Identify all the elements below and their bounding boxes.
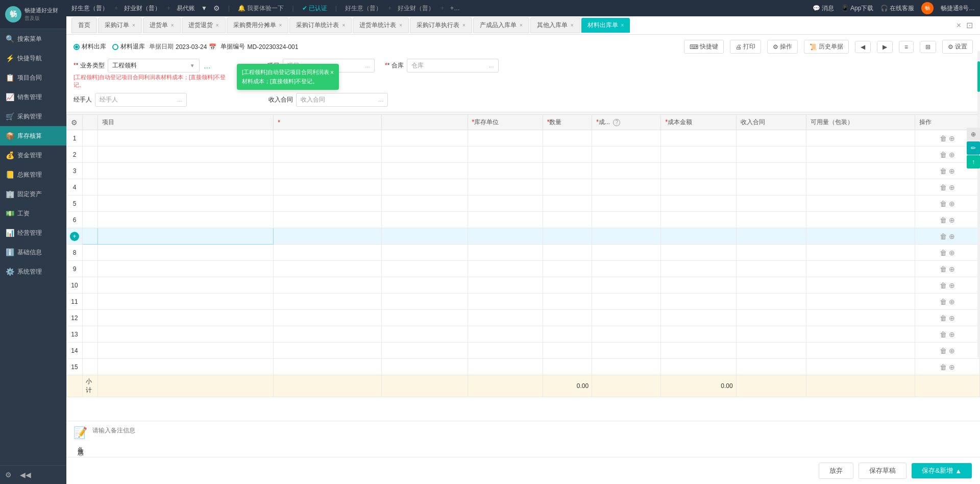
experience-btn[interactable]: 🔔 我要体验一下 bbox=[238, 4, 284, 13]
copy-row-icon[interactable]: ⊕ bbox=[949, 363, 955, 371]
tab-other-in[interactable]: 其他入库单 × bbox=[530, 17, 580, 33]
tab-close-purchase-order[interactable]: × bbox=[132, 22, 135, 28]
user-avatar[interactable]: 畅 bbox=[921, 2, 934, 14]
copy-row-icon[interactable]: ⊕ bbox=[949, 200, 955, 208]
topbar-link-yidazhang[interactable]: 易代账 bbox=[177, 4, 195, 13]
delete-row-icon[interactable]: 🗑 bbox=[940, 249, 947, 257]
tab-window-close[interactable]: × bbox=[954, 21, 963, 30]
right-tool-3[interactable]: ↑ bbox=[967, 155, 980, 168]
sidebar-item-ledger[interactable]: 📒 总账管理 bbox=[0, 165, 66, 184]
delete-row-icon[interactable]: 🗑 bbox=[940, 151, 947, 159]
tab-close-purchase-in-stat[interactable]: × bbox=[399, 22, 402, 28]
sidebar-item-basic-info[interactable]: ℹ️ 基础信息 bbox=[0, 243, 66, 262]
user-name[interactable]: 畅捷通8号… bbox=[941, 4, 975, 13]
collapse-icon[interactable]: ◀◀ bbox=[20, 471, 31, 479]
tab-close-purchase-exec[interactable]: × bbox=[462, 22, 465, 28]
settings-bottom-icon[interactable]: ⚙ bbox=[5, 471, 12, 479]
tooltip-close-btn[interactable]: × bbox=[330, 68, 334, 78]
copy-row-icon[interactable]: ⊕ bbox=[949, 281, 955, 289]
print-btn[interactable]: 🖨 打印 bbox=[730, 40, 761, 54]
sidebar-item-search[interactable]: 🔍 搜索菜单 bbox=[0, 29, 66, 49]
date-value[interactable]: 2023-03-24 bbox=[176, 43, 207, 51]
topbar-more[interactable]: +… bbox=[450, 5, 460, 12]
sidebar-item-purchase[interactable]: 🛒 采购管理 bbox=[0, 107, 66, 126]
copy-row-icon[interactable]: ⊕ bbox=[949, 183, 955, 191]
info-circle-icon[interactable]: … bbox=[204, 62, 211, 70]
column-settings-icon[interactable]: ⚙ bbox=[71, 118, 78, 127]
radio-material-return[interactable]: 材料退库 bbox=[112, 42, 145, 51]
right-tool-1[interactable]: ⊕ bbox=[967, 128, 980, 141]
sidebar-item-finance[interactable]: 💰 资金管理 bbox=[0, 146, 66, 165]
sidebar-item-system[interactable]: ⚙️ 系统管理 bbox=[0, 262, 66, 281]
notes-input[interactable] bbox=[92, 426, 973, 452]
view-list-btn[interactable]: ≡ bbox=[899, 41, 914, 53]
delete-row-icon[interactable]: 🗑 bbox=[940, 183, 947, 191]
tab-purchase-expense[interactable]: 采购费用分摊单 × bbox=[227, 17, 289, 33]
message-link[interactable]: 💬 消息 bbox=[813, 4, 834, 13]
tab-purchase-stat[interactable]: 采购订单统计表 × bbox=[289, 17, 352, 33]
delete-row-icon[interactable]: 🗑 bbox=[940, 232, 947, 240]
delete-row-icon[interactable]: 🗑 bbox=[940, 134, 947, 142]
tab-expand-icon[interactable]: ⊡ bbox=[964, 20, 975, 30]
tab-close-purchase-expense[interactable]: × bbox=[279, 22, 282, 28]
sidebar-item-project[interactable]: 📋 项目合同 bbox=[0, 68, 66, 87]
tab-close-purchase-stat[interactable]: × bbox=[342, 22, 345, 28]
sidebar-item-sales[interactable]: 📈 销售管理 bbox=[0, 87, 66, 107]
tab-close-purchase-return[interactable]: × bbox=[216, 22, 219, 28]
tab-purchase-exec[interactable]: 采购订单执行表 × bbox=[410, 17, 472, 33]
handler-select[interactable]: 经手人 … bbox=[95, 93, 187, 107]
delete-row-icon[interactable]: 🗑 bbox=[940, 330, 947, 338]
tab-close-other-in[interactable]: × bbox=[571, 22, 574, 28]
tab-home[interactable]: 首页 bbox=[71, 17, 97, 33]
copy-row-icon[interactable]: ⊕ bbox=[949, 167, 955, 175]
tab-purchase-return[interactable]: 进货退货 × bbox=[182, 17, 226, 33]
settings-btn[interactable]: ⚙ 设置 bbox=[942, 40, 973, 54]
delete-row-icon[interactable]: 🗑 bbox=[940, 347, 947, 355]
col-settings[interactable]: ⚙ bbox=[67, 115, 83, 130]
copy-row-icon[interactable]: ⊕ bbox=[949, 134, 955, 142]
certified-badge[interactable]: ✔ 已认证 bbox=[302, 4, 327, 13]
topbar-haoshengyi2[interactable]: 好生意（普） bbox=[345, 4, 382, 13]
business-type-select[interactable]: 工程领料 ▼ bbox=[108, 59, 200, 72]
topbar-link-haoyecai[interactable]: 好业财（普） bbox=[124, 4, 161, 13]
copy-row-icon[interactable]: ⊕ bbox=[949, 216, 955, 224]
cost-info-icon[interactable]: ? bbox=[613, 119, 620, 126]
gear-nav-icon[interactable]: ⚙ bbox=[213, 4, 220, 12]
nav-next-btn[interactable]: ▶ bbox=[877, 41, 893, 53]
tab-close-material-out[interactable]: × bbox=[621, 22, 624, 28]
delete-row-icon[interactable]: 🗑 bbox=[940, 314, 947, 322]
abandon-btn[interactable]: 放弃 bbox=[819, 463, 853, 479]
app-download-link[interactable]: 📱 App下载 bbox=[841, 4, 873, 13]
sidebar-item-inventory[interactable]: 📦 库存核算 bbox=[0, 126, 66, 146]
operate-btn[interactable]: ⚙ 操作 bbox=[767, 40, 798, 54]
tab-product-in[interactable]: 产成品入库单 × bbox=[473, 17, 529, 33]
cell-input-material[interactable] bbox=[101, 233, 270, 240]
view-grid-btn[interactable]: ⊞ bbox=[920, 41, 936, 53]
save-draft-btn[interactable]: 保存草稿 bbox=[859, 463, 906, 479]
copy-row-icon[interactable]: ⊕ bbox=[949, 232, 955, 240]
cell-input-project[interactable] bbox=[86, 233, 94, 240]
copy-row-icon[interactable]: ⊕ bbox=[949, 314, 955, 322]
scrollbar-thumb[interactable] bbox=[977, 61, 980, 92]
tab-purchase-in-stat[interactable]: 进货单统计表 × bbox=[353, 17, 409, 33]
radio-material-out[interactable]: 材料出库 bbox=[74, 42, 106, 51]
sidebar-item-quicknav[interactable]: ⚡ 快捷导航 bbox=[0, 49, 66, 68]
copy-row-icon[interactable]: ⊕ bbox=[949, 347, 955, 355]
sidebar-item-operations[interactable]: 📊 经营管理 bbox=[0, 223, 66, 243]
copy-row-icon[interactable]: ⊕ bbox=[949, 249, 955, 257]
add-row-btn[interactable]: + bbox=[70, 232, 79, 241]
right-tool-2[interactable]: ✏ bbox=[967, 141, 980, 155]
shortcut-btn[interactable]: ⌨ 快捷键 bbox=[684, 40, 724, 54]
copy-row-icon[interactable]: ⊕ bbox=[949, 298, 955, 306]
delete-row-icon[interactable]: 🗑 bbox=[940, 363, 947, 371]
warehouse-select[interactable]: 仓库 … bbox=[407, 59, 499, 72]
copy-row-icon[interactable]: ⊕ bbox=[949, 151, 955, 159]
tab-close-purchase-in[interactable]: × bbox=[171, 22, 174, 28]
save-new-btn[interactable]: 保存&新增 ▲ bbox=[912, 463, 972, 478]
delete-row-icon[interactable]: 🗑 bbox=[940, 298, 947, 306]
copy-row-icon[interactable]: ⊕ bbox=[949, 330, 955, 338]
tab-material-out[interactable]: 材料出库单 × bbox=[581, 18, 630, 33]
delete-row-icon[interactable]: 🗑 bbox=[940, 167, 947, 175]
delete-row-icon[interactable]: 🗑 bbox=[940, 200, 947, 208]
sidebar-item-payroll[interactable]: 💵 工资 bbox=[0, 204, 66, 223]
